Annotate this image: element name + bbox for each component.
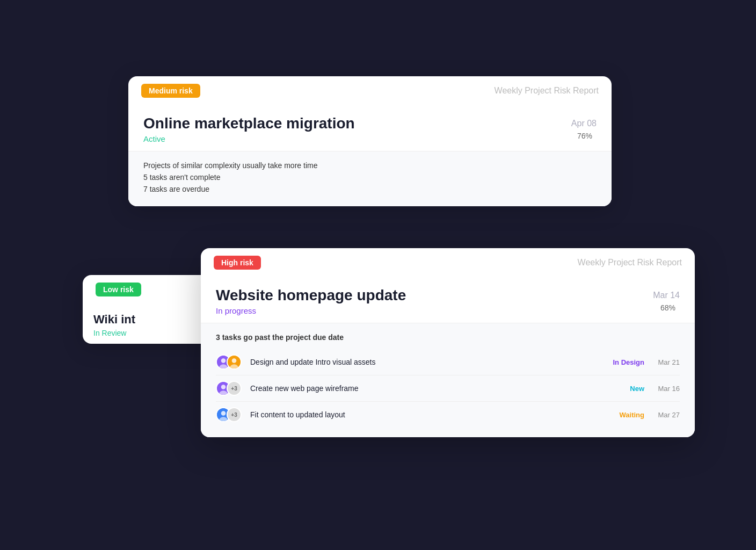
card-top-strip: Medium risk Weekly Project Risk Report [128, 76, 612, 105]
svg-point-10 [221, 411, 226, 416]
progress-section: 76% [573, 132, 597, 140]
task-row: +3 Create new web page wireframe New Mar… [216, 375, 680, 402]
scene: Low risk Wiki int In Review Medium risk … [83, 44, 673, 506]
svg-point-7 [221, 385, 226, 389]
task-avatars: +3 [216, 381, 242, 396]
project-date: Mar 14 [653, 291, 680, 300]
risk-badge: High risk [214, 256, 261, 270]
task-name: Create new web page wireframe [250, 384, 601, 393]
task-date: Mar 16 [653, 385, 680, 393]
card-medium-risk: Medium risk Weekly Project Risk Report O… [128, 76, 612, 206]
card-header: Website homepage update In progress Mar … [201, 277, 695, 323]
risk-badge: Low risk [96, 283, 141, 296]
tasks-header: 3 tasks go past the project due date [216, 333, 680, 342]
project-info: Website homepage update In progress [216, 287, 642, 315]
project-status: Active [143, 134, 561, 143]
project-status: In Review [93, 329, 135, 337]
avatar-count: +3 [227, 381, 242, 396]
project-status: In progress [216, 306, 642, 315]
risk-item-1: Projects of similar complexity usually t… [143, 161, 597, 170]
card-high-risk: High risk Weekly Project Risk Report Web… [201, 248, 695, 437]
svg-point-1 [221, 358, 226, 363]
report-label: Weekly Project Risk Report [578, 258, 682, 267]
task-date: Mar 21 [653, 358, 680, 366]
risk-item-3: 7 tasks are overdue [143, 185, 597, 193]
task-status: Waiting [601, 411, 644, 419]
task-row: Design and update Intro visual assets In… [216, 349, 680, 375]
task-row: +3 Fit content to updated layout Waiting… [216, 402, 680, 428]
task-date: Mar 27 [653, 411, 680, 419]
task-status: New [601, 385, 644, 393]
project-title: Wiki int [93, 313, 135, 327]
task-name: Design and update Intro visual assets [250, 358, 601, 366]
progress-pct: 76% [573, 132, 592, 140]
risk-item-2: 5 tasks aren't complete [143, 173, 597, 182]
project-info: Online marketplace migration Active [143, 115, 561, 143]
report-label: Weekly Project Risk Report [495, 86, 599, 96]
task-name: Fit content to updated layout [250, 410, 601, 419]
svg-point-4 [232, 358, 237, 363]
card-body: Projects of similar complexity usually t… [128, 151, 612, 206]
task-avatars [216, 354, 242, 370]
card-header: Online marketplace migration Active Apr … [128, 105, 612, 151]
card-body: 3 tasks go past the project due date [201, 323, 695, 437]
task-avatars: +3 [216, 407, 242, 422]
avatar [227, 354, 242, 370]
avatar-count: +3 [227, 407, 242, 422]
project-title: Online marketplace migration [143, 115, 561, 132]
card-top-strip: High risk Weekly Project Risk Report [201, 248, 695, 277]
risk-badge: Medium risk [141, 84, 200, 98]
project-date: Apr 08 [571, 119, 597, 128]
project-title: Website homepage update [216, 287, 642, 304]
task-status: In Design [601, 358, 644, 366]
progress-pct: 68% [656, 303, 675, 312]
progress-section: 68% [656, 303, 680, 312]
